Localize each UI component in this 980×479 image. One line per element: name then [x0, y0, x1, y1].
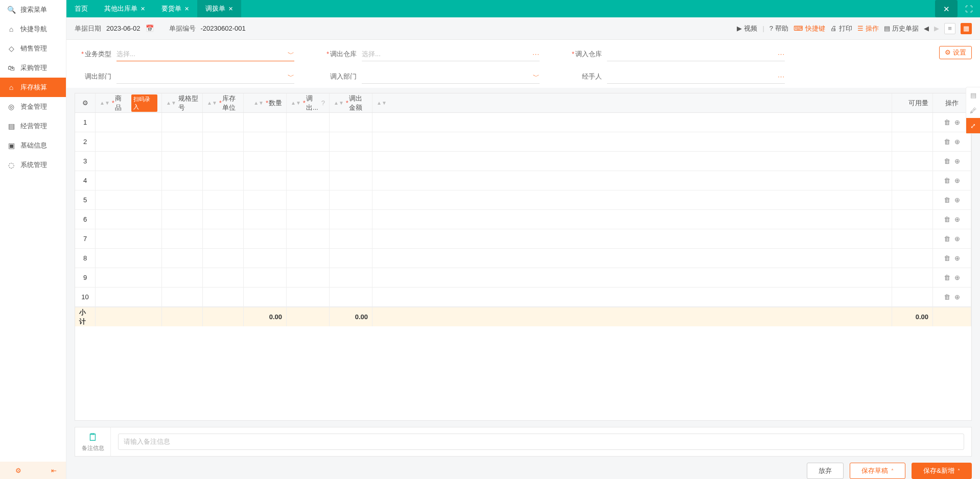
side-tool-3[interactable]: ⤢ — [966, 118, 980, 133]
table-row[interactable]: 9🗑⊕ — [75, 268, 971, 288]
cell-unit[interactable] — [203, 288, 244, 306]
add-row-icon[interactable]: ⊕ — [954, 254, 960, 262]
tab-close-all-button[interactable]: ✕ — [935, 0, 958, 17]
table-row[interactable]: 5🗑⊕ — [75, 190, 971, 210]
cell-product[interactable] — [96, 229, 162, 248]
sidebar-item-quicknav[interactable]: ⌂ 快捷导航 — [0, 19, 66, 39]
cell-qty[interactable] — [244, 190, 287, 209]
cell-out-price[interactable] — [287, 229, 330, 248]
cell-out-amount[interactable] — [330, 152, 372, 171]
cell-out-amount[interactable] — [330, 190, 372, 209]
add-row-icon[interactable]: ⊕ — [954, 118, 960, 126]
delete-row-icon[interactable]: 🗑 — [944, 215, 950, 223]
cell-unit[interactable] — [203, 113, 244, 132]
cell-out-amount[interactable] — [330, 132, 372, 151]
cell-out-price[interactable] — [287, 210, 330, 229]
in-dept-select[interactable]: ﹀ — [362, 69, 540, 84]
handler-select[interactable]: ··· — [607, 69, 785, 84]
table-row[interactable]: 4🗑⊕ — [75, 171, 971, 190]
add-row-icon[interactable]: ⊕ — [954, 157, 960, 165]
sidebar-search[interactable]: 🔍 搜索菜单 — [0, 0, 66, 19]
in-wh-select[interactable]: ··· — [607, 47, 785, 61]
delete-row-icon[interactable]: 🗑 — [944, 254, 950, 262]
sidebar-item-sales[interactable]: ◇ 销售管理 — [0, 39, 66, 58]
cell-unit[interactable] — [203, 152, 244, 171]
col-product[interactable]: ▲▼ *商品 扫码录入 — [96, 93, 162, 112]
add-row-icon[interactable]: ⊕ — [954, 177, 960, 184]
side-tool-1[interactable]: ▤ — [966, 87, 980, 103]
cell-out-price[interactable] — [287, 132, 330, 151]
cell-product[interactable] — [96, 249, 162, 268]
cell-out-amount[interactable] — [330, 268, 372, 287]
cell-spec[interactable] — [162, 190, 203, 209]
help-link[interactable]: ? 帮助 — [769, 24, 788, 33]
add-row-icon[interactable]: ⊕ — [954, 215, 960, 223]
cell-out-price[interactable] — [287, 152, 330, 171]
add-row-icon[interactable]: ⊕ — [954, 274, 960, 281]
cell-product[interactable] — [96, 132, 162, 151]
cell-out-price[interactable] — [287, 288, 330, 306]
cell-unit[interactable] — [203, 132, 244, 151]
biz-type-select[interactable]: 选择... ﹀ — [116, 47, 294, 61]
cell-product[interactable] — [96, 171, 162, 190]
operate-link[interactable]: ☰ 操作 — [857, 24, 879, 33]
cell-unit[interactable] — [203, 229, 244, 248]
side-tool-2[interactable]: 🖉 — [966, 103, 980, 118]
prev-button[interactable]: ◀ — [924, 25, 929, 32]
cell-qty[interactable] — [244, 229, 287, 248]
delete-row-icon[interactable]: 🗑 — [944, 138, 950, 146]
cell-unit[interactable] — [203, 171, 244, 190]
scan-badge[interactable]: 扫码录入 — [131, 94, 157, 112]
settings-button[interactable]: ⚙ 设置 — [939, 46, 972, 59]
table-row[interactable]: 8🗑⊕ — [75, 249, 971, 268]
tab-other-out[interactable]: 其他出库单 ✕ — [96, 0, 153, 17]
next-button[interactable]: ▶ — [934, 25, 939, 32]
cell-out-amount[interactable] — [330, 171, 372, 190]
sidebar-item-funds[interactable]: ◎ 资金管理 — [0, 97, 66, 116]
close-icon[interactable]: ✕ — [141, 6, 145, 12]
cell-out-amount[interactable] — [330, 210, 372, 229]
add-row-icon[interactable]: ⊕ — [954, 196, 960, 204]
help-icon[interactable]: ? — [321, 100, 325, 106]
sidebar-item-base[interactable]: ▣ 基础信息 — [0, 136, 66, 155]
cell-out-amount[interactable] — [330, 229, 372, 248]
close-icon[interactable]: ✕ — [228, 6, 233, 12]
delete-row-icon[interactable]: 🗑 — [944, 235, 950, 243]
cell-out-amount[interactable] — [330, 288, 372, 306]
cell-product[interactable] — [96, 190, 162, 209]
sidebar-item-system[interactable]: ◌ 系统管理 — [0, 155, 66, 175]
cell-qty[interactable] — [244, 113, 287, 132]
table-row[interactable]: 10🗑⊕ — [75, 288, 971, 307]
col-unit[interactable]: ▲▼ *库存单位 — [203, 93, 244, 112]
cell-out-price[interactable] — [287, 268, 330, 287]
table-row[interactable]: 6🗑⊕ — [75, 210, 971, 229]
cell-out-price[interactable] — [287, 249, 330, 268]
discard-button[interactable]: 放弃 — [807, 463, 844, 479]
cell-qty[interactable] — [244, 132, 287, 151]
cell-spec[interactable] — [162, 132, 203, 151]
cell-spec[interactable] — [162, 171, 203, 190]
cell-spec[interactable] — [162, 249, 203, 268]
cell-product[interactable] — [96, 210, 162, 229]
cell-out-price[interactable] — [287, 113, 330, 132]
remark-input[interactable]: 请输入备注信息 — [118, 434, 964, 450]
col-avail[interactable]: 可用量 — [892, 93, 933, 112]
cell-spec[interactable] — [162, 229, 203, 248]
col-out-amount[interactable]: ▲▼ *调出金额 — [330, 93, 372, 112]
collapse-icon[interactable]: ⇤ — [51, 467, 57, 474]
date-value[interactable]: 2023-06-02 — [106, 25, 141, 32]
hotkey-link[interactable]: ⌨ 快捷键 — [794, 24, 825, 33]
add-row-icon[interactable]: ⊕ — [954, 235, 960, 243]
out-wh-select[interactable]: 选择... ··· — [362, 47, 540, 61]
col-config[interactable]: ⚙ — [75, 93, 96, 112]
print-link[interactable]: 🖨 打印 — [830, 24, 852, 33]
cell-spec[interactable] — [162, 152, 203, 171]
add-row-icon[interactable]: ⊕ — [954, 293, 960, 301]
history-link[interactable]: ▤ 历史单据 — [884, 24, 919, 33]
cell-unit[interactable] — [203, 210, 244, 229]
cell-product[interactable] — [96, 152, 162, 171]
close-icon[interactable]: ✕ — [184, 6, 189, 12]
cell-out-price[interactable] — [287, 171, 330, 190]
col-qty[interactable]: ▲▼ *数量 — [244, 93, 287, 112]
table-row[interactable]: 7🗑⊕ — [75, 229, 971, 249]
